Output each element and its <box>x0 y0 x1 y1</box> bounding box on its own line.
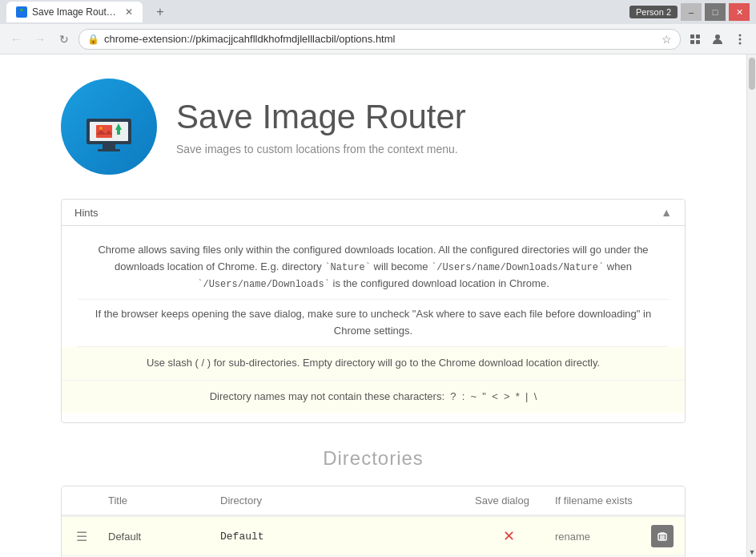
svg-rect-13 <box>98 149 120 151</box>
table-header: Title Directory Save dialog If filename … <box>62 486 685 516</box>
page-content: Save Image Router Save images to custom … <box>29 54 718 557</box>
extensions-button[interactable] <box>686 30 705 49</box>
title-bar: Save Image Router optio ✕ + Person 2 – □… <box>0 0 756 24</box>
header-title: Title <box>102 494 214 507</box>
delete-button-default[interactable] <box>651 525 674 547</box>
title-bar-right: Person 2 – □ ✕ <box>629 3 750 21</box>
lock-icon: 🔒 <box>87 34 99 45</box>
svg-point-7 <box>739 34 742 36</box>
svg-point-16 <box>99 127 103 130</box>
table-row: ☰ Default Default ✕ rename <box>62 516 685 555</box>
tab-favicon <box>16 6 27 18</box>
svg-rect-12 <box>103 144 115 149</box>
svg-rect-4 <box>690 40 694 44</box>
svg-point-9 <box>739 42 742 44</box>
hint-row-3: Use slash ( / ) for sub-directories. Emp… <box>62 347 685 381</box>
header-save-dialog: Save dialog <box>468 494 549 507</box>
app-title: Save Image Router <box>176 98 466 136</box>
url-text: chrome-extension://pkimacjjcahflldkhofmd… <box>104 33 657 45</box>
scrollbar-track[interactable]: ▲ ▼ <box>746 54 756 557</box>
app-subtitle: Save images to custom locations from the… <box>176 143 466 155</box>
hint-code-path: `/Users/name/Downloads/Nature` <box>431 262 604 273</box>
browser-content-wrap: Save Image Router Save images to custom … <box>0 54 756 557</box>
new-tab-button[interactable]: + <box>151 2 170 22</box>
bookmark-icon[interactable]: ☆ <box>662 33 672 46</box>
hint-code-downloads: `/Users/name/Downloads` <box>197 279 330 290</box>
tab-title: Save Image Router optio <box>32 6 120 18</box>
if-exists-cell-default: rename <box>549 531 645 543</box>
hints-title: Hints <box>74 207 99 219</box>
hint-row-4: Directory names may not contain these ch… <box>62 381 685 414</box>
maximize-button[interactable]: □ <box>705 3 726 21</box>
address-bar: ← → ↻ 🔒 chrome-extension://pkimacjjcahfl… <box>0 24 756 54</box>
close-button[interactable]: ✕ <box>729 3 750 21</box>
hints-toggle-button[interactable]: ▲ <box>661 206 672 219</box>
directories-title: Directories <box>61 447 686 470</box>
browser-content: Save Image Router Save images to custom … <box>0 54 746 557</box>
reload-button[interactable]: ↻ <box>54 30 74 49</box>
header-if-exists: If filename exists <box>549 494 645 507</box>
header-delete <box>645 494 685 507</box>
hint-when-word: when <box>607 260 632 272</box>
directories-table: Title Directory Save dialog If filename … <box>61 486 686 557</box>
tab-close-button[interactable]: ✕ <box>125 6 133 18</box>
scrollbar-down-arrow[interactable]: ▼ <box>747 547 756 557</box>
back-button[interactable]: ← <box>6 30 26 49</box>
app-logo <box>61 79 157 175</box>
save-dialog-cell-default: ✕ <box>468 527 549 545</box>
svg-rect-18 <box>117 130 120 135</box>
delete-cell-default <box>645 525 685 547</box>
menu-button[interactable] <box>730 30 750 49</box>
svg-point-6 <box>715 34 720 39</box>
forward-button[interactable]: → <box>30 30 50 49</box>
person-label: Person 2 <box>629 6 678 18</box>
svg-rect-2 <box>690 34 694 38</box>
hint-become-word: become <box>391 260 428 272</box>
header-drag <box>62 494 102 507</box>
title-bar-left: Save Image Router optio ✕ + <box>6 2 170 22</box>
toolbar-icons <box>686 30 750 49</box>
directory-cell-default: Default <box>214 531 468 543</box>
hints-header: Hints ▲ <box>62 200 685 226</box>
app-title-area: Save Image Router Save images to custom … <box>176 98 466 155</box>
scrollbar-thumb[interactable] <box>749 58 755 90</box>
hint-row-2: If the browser keeps opening the save di… <box>78 300 669 347</box>
svg-rect-5 <box>696 40 700 44</box>
hints-box: Hints ▲ Chrome allows saving files only … <box>61 199 686 423</box>
address-bar-input[interactable]: 🔒 chrome-extension://pkimacjjcahflldkhof… <box>78 29 681 50</box>
svg-rect-1 <box>20 9 23 11</box>
header-directory: Directory <box>214 494 468 507</box>
minimize-button[interactable]: – <box>681 3 702 21</box>
svg-rect-3 <box>696 34 700 38</box>
browser-tab[interactable]: Save Image Router optio ✕ <box>6 2 143 22</box>
profile-button[interactable] <box>708 30 727 49</box>
title-cell-default: Default <box>102 531 214 543</box>
drag-handle-default[interactable]: ☰ <box>62 529 102 544</box>
hint-code-nature: `Nature` <box>324 262 371 273</box>
svg-point-8 <box>739 38 742 40</box>
hints-content: Chrome allows saving files only within t… <box>62 226 685 422</box>
app-header: Save Image Router Save images to custom … <box>61 79 686 175</box>
hint-row-1: Chrome allows saving files only within t… <box>78 236 669 300</box>
